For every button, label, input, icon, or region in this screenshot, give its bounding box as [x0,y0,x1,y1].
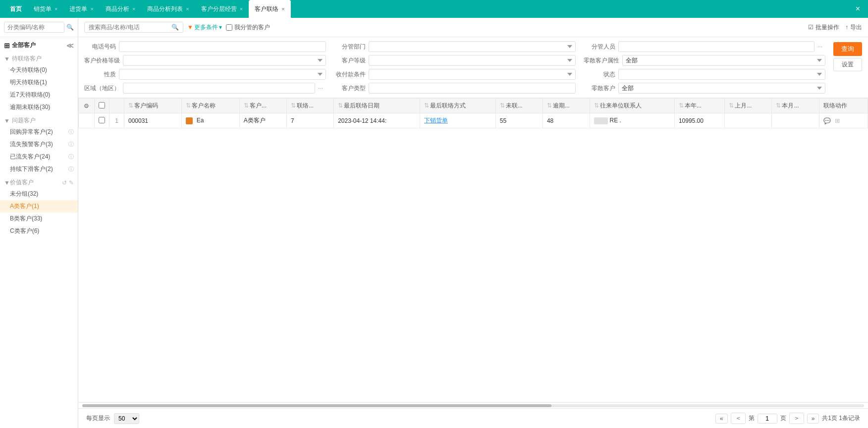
next-page-btn[interactable]: ＞ [789,413,804,424]
last-page-btn[interactable]: » [807,414,819,424]
col-this-year[interactable]: ⇅本年... [674,99,724,113]
sidebar-item-ungroup[interactable]: 未分组(32) [0,188,78,200]
nav-tab-customer-contact[interactable]: 客户联络 × [249,0,290,18]
col-checkbox[interactable] [95,99,109,113]
col-type[interactable]: ⇅客户... [239,99,286,113]
prev-page-btn[interactable]: ＜ [731,413,746,424]
chat-action-icon[interactable]: 💬 [823,117,831,124]
sidebar-item-churned[interactable]: 已流失客户(24) ⓘ [0,151,78,163]
phone-input[interactable] [119,41,326,52]
row-checkbox-cell[interactable] [95,113,109,128]
query-button[interactable]: 查询 [833,42,862,56]
grade-select[interactable] [369,55,576,66]
filter-bar: 🔍 ▼ 更多条件 ▾ 我分管的客户 ☑ 批量操作 ↑ 导出 [78,18,868,37]
col-company-contact[interactable]: ⇅往来单位联系人 [590,99,675,113]
phone-label: 电话号码 [84,43,119,51]
row-checkbox[interactable] [99,117,105,123]
sidebar-group-value[interactable]: ▼ 价值客户 ↺ ✎ [0,175,78,188]
sidebar-all-customers-label[interactable]: 全部客户 [12,41,36,50]
sidebar-item-churn-warning[interactable]: 流失预警客户(3) ⓘ [0,138,78,151]
close-customer-mgmt-tab[interactable]: × [240,6,243,12]
nav-tab-sales[interactable]: 销货单 × [28,0,63,18]
close-customer-contact-tab[interactable]: × [281,6,284,12]
sidebar-item-tomorrow[interactable]: 明天待联络(1) [0,76,78,89]
filter-search-input[interactable] [89,24,171,31]
settings-button[interactable]: 设置 [833,58,862,71]
sidebar-collapse-btn[interactable]: ≪ [66,42,74,50]
row-last-date: 2023-04-12 14:44: [334,113,420,128]
col-code[interactable]: ⇅客户编码 [124,99,182,113]
select-all-checkbox[interactable] [99,102,105,108]
sidebar-item-today[interactable]: 今天待联络(0) [0,64,78,76]
sidebar-item-a-class[interactable]: A类客户(1) [0,200,78,213]
sidebar-search-input[interactable] [4,22,64,33]
person-label: 分管人员 [584,43,618,51]
batch-op-btn[interactable]: ☑ 批量操作 [808,23,839,32]
region-dots-btn[interactable]: ··· [315,85,326,92]
person-input[interactable] [618,41,814,52]
close-purchase-tab[interactable]: × [90,6,93,12]
price-grade-label: 客户价格等级 [84,56,123,65]
dept-select[interactable] [369,41,576,52]
price-grade-select[interactable] [123,55,326,66]
row-this-year: 10995.00 [674,113,724,128]
nav-tab-home[interactable]: 首页 [4,0,28,18]
sidebar-item-overdue[interactable]: 逾期未联络(30) [0,101,78,113]
nav-tab-purchase[interactable]: 进货单 × [63,0,99,18]
col-last-date[interactable]: ⇅最后联络日期 [334,99,420,113]
close-sales-tab[interactable]: × [54,6,57,12]
sidebar-group-problem[interactable]: ▼ 问题客户 [0,113,78,126]
scroll-thumb[interactable] [82,404,551,407]
sidebar-group-pending[interactable]: ▼ 待联络客户 [0,52,78,64]
region-input[interactable] [123,83,315,94]
per-page-select[interactable]: 50 10 20 100 [114,413,139,424]
retail-select[interactable]: 全部 [618,83,825,94]
status-select[interactable] [618,69,825,80]
row-last-method[interactable]: 下销货单 [420,113,496,128]
retail-attr-select[interactable]: 全部 [622,55,825,66]
close-all-btn[interactable]: × [852,4,864,13]
filter-more-btn[interactable]: ▼ 更多条件 ▾ [187,23,222,32]
nature-select[interactable] [119,69,326,80]
col-name[interactable]: ⇅客户名称 [182,99,239,113]
filter-search-box[interactable]: 🔍 [84,22,183,33]
filter-search-icon[interactable]: 🔍 [171,24,179,31]
col-this-month[interactable]: ⇅本月... [772,99,819,113]
nav-tab-customer-mgmt[interactable]: 客户分层经营 × [195,0,249,18]
last-method-link[interactable]: 下销货单 [424,117,448,124]
my-customers-checkbox[interactable] [226,24,232,31]
refresh-icon[interactable]: ↺ [62,179,67,186]
person-dots-btn[interactable]: ··· [814,43,825,50]
col-last-method[interactable]: ⇅最后联络方式 [420,99,496,113]
close-analysis-tab[interactable]: × [132,6,135,12]
sidebar-item-repurchase-abnormal[interactable]: 回购异常客户(2) ⓘ [0,126,78,138]
cust-type-input[interactable] [369,83,576,94]
col-overdue[interactable]: ⇅逾期... [542,99,590,113]
filter-cell-retail: 零散客户 全部 [584,83,825,94]
edit-icon[interactable]: ✎ [69,179,74,186]
col-last-month[interactable]: ⇅上月... [725,99,772,113]
payment-select[interactable] [369,69,576,80]
dept-label: 分管部门 [334,43,369,51]
first-page-btn[interactable]: « [715,414,728,424]
export-btn[interactable]: ↑ 导出 [845,23,862,32]
filter-row-4: 区域（地区） ··· 客户类型 零散客户 [84,83,825,94]
sidebar-item-declining[interactable]: 持续下滑客户(2) ⓘ [0,163,78,175]
payment-label: 收付款条件 [334,70,369,79]
scroll-track[interactable] [82,404,864,407]
nav-tab-analysis-list[interactable]: 商品分析列表 × [141,0,195,18]
sidebar-search-icon[interactable]: 🔍 [66,24,74,31]
sidebar-item-week[interactable]: 近7天待联络(0) [0,89,78,101]
grid-action-icon[interactable]: ⊞ [835,117,840,124]
close-analysis-list-tab[interactable]: × [186,6,189,12]
page-number-input[interactable] [758,414,777,424]
sidebar-item-c-class[interactable]: C类客户(6) [0,225,78,237]
top-nav: 首页 销货单 × 进货单 × 商品分析 × 商品分析列表 × 客户分层经营 × … [0,0,868,18]
col-no-contact[interactable]: ⇅未联... [495,99,542,113]
col-contact[interactable]: ⇅联络... [286,99,333,113]
my-customers-filter[interactable]: 我分管的客户 [226,23,270,32]
row-last-month [725,113,772,128]
nav-tab-analysis[interactable]: 商品分析 × [100,0,141,18]
sidebar-item-b-class[interactable]: B类客户(33) [0,213,78,225]
col-gear[interactable]: ⚙ [79,99,95,113]
